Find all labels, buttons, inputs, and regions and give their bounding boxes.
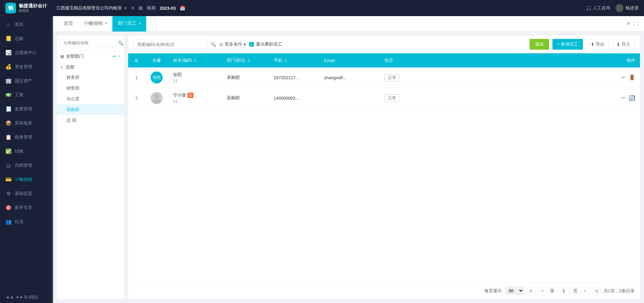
tab-expense-close[interactable]: × bbox=[105, 21, 107, 26]
tab-expense[interactable]: 小畅报销 × bbox=[78, 16, 112, 32]
export-button[interactable]: ⬆ 导出 bbox=[586, 39, 609, 50]
sidebar-item-invoice[interactable]: 🧾 发票管理 bbox=[0, 102, 51, 116]
ledger-icon: 📒 bbox=[5, 36, 11, 42]
sidebar-label-assets: 固定资产 bbox=[15, 78, 32, 84]
tab-close-all-icon[interactable]: ✕ bbox=[626, 20, 631, 27]
name-cell-1: 张熙 11 bbox=[168, 67, 222, 88]
dept-search-icon[interactable]: 🔍 bbox=[118, 41, 123, 46]
tab-home[interactable]: 首页 bbox=[58, 16, 78, 32]
sidebar-item-expense[interactable]: 💳 小畅报销 bbox=[0, 172, 51, 187]
dept-item-purchase[interactable]: 采购部 bbox=[57, 104, 124, 115]
prev-page-button[interactable]: < bbox=[539, 287, 547, 295]
sidebar-label-tax: 税务管理 bbox=[15, 134, 32, 140]
col-avatar: 头像 bbox=[145, 53, 168, 67]
content-area: 首页 小畅报销 × 部门员工 × ✕ ⛶ 🔍 bbox=[53, 16, 644, 303]
avatar-2 bbox=[151, 92, 163, 104]
closing-icon: ✅ bbox=[5, 148, 11, 154]
ops-cell-1: ✏ 🚪 bbox=[430, 67, 640, 88]
employee-name-2: 宁小壹 bbox=[173, 92, 186, 98]
invite-button[interactable]: 邀请 bbox=[530, 39, 549, 50]
total-label: 共1页，2条记录 bbox=[604, 288, 635, 294]
page-label: 第 bbox=[550, 288, 554, 294]
page-unit: 页 bbox=[573, 288, 578, 294]
tab-expand-icon[interactable]: ⛶ bbox=[633, 20, 639, 27]
first-page-button[interactable]: |< bbox=[527, 287, 535, 295]
company-selector[interactable]: 江西服宝精品有限责任公司内账张 ▼ bbox=[56, 5, 127, 11]
email-cell-2 bbox=[319, 88, 380, 108]
page-number-input[interactable] bbox=[558, 287, 570, 295]
guide-icon: 🎯 bbox=[5, 205, 11, 211]
sidebar-item-ledger[interactable]: 📒 总账 bbox=[0, 32, 51, 46]
sidebar-item-salary[interactable]: 💵 工资 bbox=[0, 88, 51, 102]
search-main-icon[interactable]: 🔍 bbox=[211, 42, 216, 47]
dept-item-office[interactable]: 办公室 bbox=[57, 94, 124, 104]
toolbar-right: 邀请 + 新增员工 ⬆ 导出 ⬇ 导入 bbox=[530, 39, 635, 50]
sidebar-pin-toggle[interactable]: ◄◄ ◄◄ 取消固定 bbox=[0, 291, 51, 303]
edit-icon-2[interactable]: ✏ bbox=[621, 95, 626, 101]
add-tab-button[interactable]: + bbox=[131, 5, 134, 11]
settings-button[interactable]: ⚙ bbox=[138, 5, 143, 11]
user-avatar bbox=[615, 4, 624, 12]
last-page-button[interactable]: >| bbox=[592, 287, 600, 295]
page-content: 🔍 ⊞ 全部部门 ✏ « ▼ 总部 bbox=[53, 32, 644, 303]
col-dept[interactable]: 部门/职位 ⇅ bbox=[222, 53, 269, 67]
show-resigned-checkbox[interactable]: ✓ 显示离职员工 bbox=[249, 41, 282, 47]
sidebar-item-settings[interactable]: ⚙ 基础设置 bbox=[0, 187, 51, 201]
page-size-select[interactable]: 50 10 20 100 bbox=[505, 287, 524, 295]
dept-collapse-icon[interactable]: « bbox=[118, 54, 121, 59]
dept-actions: ✏ « bbox=[112, 54, 121, 59]
sidebar-item-fund[interactable]: 💰 资金管理 bbox=[0, 60, 51, 74]
logout-icon-1[interactable]: 🚪 bbox=[629, 74, 635, 81]
assets-icon: 🏢 bbox=[5, 78, 11, 84]
col-name[interactable]: 姓名/编码 ⇅ bbox=[168, 53, 222, 67]
tab-dept-employee[interactable]: 部门员工 × bbox=[112, 16, 146, 32]
user-area[interactable]: 畅捷通 bbox=[615, 4, 639, 12]
sidebar-label-salary: 工资 bbox=[15, 92, 23, 98]
staff-icon: 👥 bbox=[5, 219, 11, 225]
invoice-icon: 🧾 bbox=[5, 106, 11, 112]
dept-search-bar: 🔍 bbox=[57, 36, 124, 51]
sidebar-item-inventory[interactable]: 📦 库存核算 bbox=[0, 116, 51, 130]
sidebar-item-guide[interactable]: 🎯 新手引导 bbox=[0, 201, 51, 215]
col-settings[interactable]: ⚙ bbox=[128, 53, 145, 67]
sidebar-label-closing: 结账 bbox=[15, 148, 23, 154]
status-badge-1: 正常 bbox=[384, 74, 400, 82]
employee-table-container: ⚙ 头像 姓名/编码 ⇅ 部门/职位 ⇅ 手机 ⇅ bbox=[128, 53, 640, 282]
import-button[interactable]: ⬇ 导入 bbox=[612, 39, 635, 50]
filter-label: 更多条件 bbox=[225, 41, 242, 47]
more-filter-button[interactable]: ⚖ 更多条件 ▾ bbox=[219, 41, 246, 47]
dept-tree: ▼ 总部 财务部 销售部 办公室 采购部 总 部 bbox=[57, 62, 124, 299]
sidebar-item-reports[interactable]: 📊 云报表中心 bbox=[0, 46, 51, 60]
sidebar-item-closing[interactable]: ✅ 结账 bbox=[0, 144, 51, 158]
all-dept-header[interactable]: ⊞ 全部部门 ✏ « bbox=[57, 51, 124, 62]
dept-group-root[interactable]: ▼ 总部 bbox=[57, 62, 124, 72]
home-icon: ⌂ bbox=[5, 22, 11, 28]
employee-search-input[interactable] bbox=[133, 40, 207, 49]
next-page-button[interactable]: > bbox=[581, 287, 589, 295]
dept-item-finance[interactable]: 财务部 bbox=[57, 72, 124, 83]
dept-add-icon[interactable]: ✏ bbox=[112, 54, 116, 59]
add-employee-button[interactable]: + 新增员工 bbox=[552, 39, 583, 50]
sidebar-item-home[interactable]: ⌂ 首页 bbox=[0, 17, 51, 32]
sidebar-item-assets[interactable]: 🏢 固定资产 bbox=[0, 74, 51, 88]
col-phone[interactable]: 手机 ⇅ bbox=[269, 53, 319, 67]
tabs-controls: ✕ ⛶ bbox=[626, 20, 639, 27]
dept-item-general[interactable]: 总 部 bbox=[57, 115, 124, 126]
edit-icon-1[interactable]: ✏ bbox=[621, 74, 626, 81]
sidebar-item-staff[interactable]: 👥 社员 bbox=[0, 215, 51, 229]
filter-dropdown-icon: ▾ bbox=[244, 42, 246, 47]
avatar-cell-2 bbox=[145, 88, 168, 108]
sidebar-item-archive[interactable]: 🗂 归档管理 bbox=[0, 158, 51, 172]
calendar-icon[interactable]: 📅 bbox=[180, 6, 185, 11]
support-button[interactable]: 🎧 人工咨询 bbox=[586, 5, 610, 11]
svg-point-0 bbox=[154, 94, 159, 99]
sidebar-label-staff: 社员 bbox=[15, 219, 23, 225]
avatar-cell-1: 张熙 bbox=[145, 67, 168, 88]
salary-icon: 💵 bbox=[5, 92, 11, 98]
tab-dept-close[interactable]: × bbox=[139, 21, 141, 26]
dept-item-sales[interactable]: 销售部 bbox=[57, 83, 124, 94]
dept-search-input[interactable] bbox=[60, 39, 117, 47]
support-icon: 🎧 bbox=[586, 6, 591, 11]
delete-icon-2[interactable]: 🔄 bbox=[629, 95, 635, 101]
sidebar-item-tax[interactable]: 📋 税务管理 bbox=[0, 130, 51, 144]
